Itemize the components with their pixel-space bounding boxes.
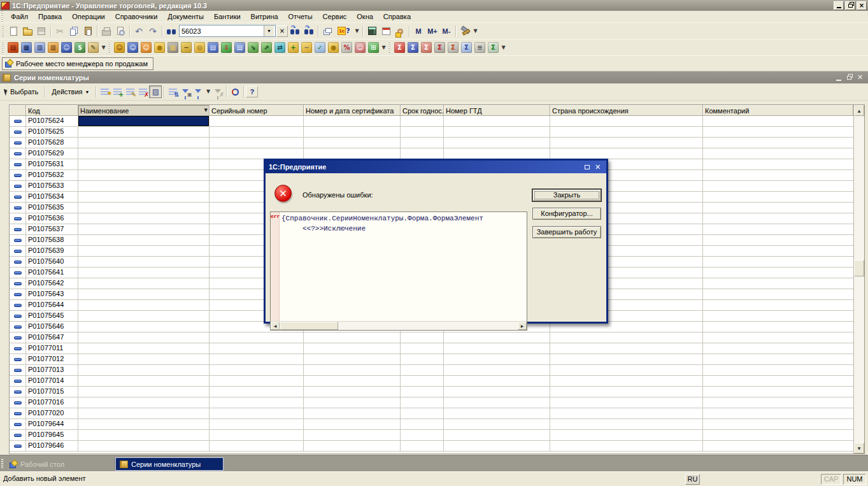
sales-order-icon[interactable]: ▤ <box>208 42 218 53</box>
memory-minus-button[interactable]: M- <box>439 25 453 38</box>
report-flagged-icon[interactable]: Σ <box>448 42 459 53</box>
documents-dropdown-button[interactable]: ▼ <box>380 41 387 54</box>
comment-cell[interactable] <box>703 224 853 235</box>
name-cell[interactable] <box>78 235 210 246</box>
shelf-life-cell[interactable] <box>401 343 444 354</box>
row-marker-cell[interactable] <box>10 397 26 408</box>
table-row[interactable]: P01079645 <box>10 430 853 441</box>
tabbar-grip[interactable] <box>1 459 3 469</box>
payment-approve-icon[interactable]: ✓ <box>315 42 325 53</box>
scroll-down-button[interactable]: ▼ <box>854 443 864 454</box>
new-document-button[interactable] <box>6 25 20 38</box>
delete-item-button[interactable]: ✗ <box>136 85 149 98</box>
name-cell[interactable] <box>78 127 210 138</box>
certificate-cell[interactable] <box>304 148 401 159</box>
gtd-cell[interactable] <box>444 354 550 365</box>
table-row[interactable]: P01075625 <box>10 127 853 138</box>
code-cell[interactable]: P01075625 <box>26 127 78 138</box>
name-cell[interactable] <box>78 170 210 181</box>
edit-item-button[interactable]: ✎ <box>124 85 136 98</box>
report-purchases-icon[interactable]: Σ <box>408 42 418 53</box>
certificate-cell[interactable] <box>304 354 401 365</box>
filter-settings-button[interactable] <box>192 85 204 98</box>
certificate-cell[interactable] <box>304 419 401 430</box>
country-cell[interactable] <box>550 138 703 148</box>
code-cell[interactable]: P01075633 <box>26 181 78 192</box>
serial-cell[interactable] <box>210 116 304 127</box>
comment-cell[interactable] <box>703 397 853 408</box>
gtd-cell[interactable] <box>444 148 550 159</box>
gtd-cell[interactable] <box>444 419 550 430</box>
restore-button[interactable] <box>845 1 855 10</box>
certificate-cell[interactable] <box>304 376 401 387</box>
country-cell[interactable] <box>550 148 703 159</box>
comment-cell[interactable] <box>703 116 853 127</box>
toolbar2-grip[interactable] <box>2 43 4 53</box>
serial-cell[interactable] <box>210 441 304 452</box>
table-row[interactable]: P01077015 <box>10 387 853 397</box>
fiscal-printer-icon[interactable]: ▦ <box>21 42 32 53</box>
memory-button[interactable]: M <box>411 25 425 38</box>
child-restore-button[interactable] <box>844 73 855 82</box>
name-cell[interactable] <box>78 387 210 397</box>
memory-plus-button[interactable]: M+ <box>425 25 439 38</box>
dialog-close-button[interactable]: ✕ <box>592 162 603 172</box>
header-serial[interactable]: Серийный номер <box>210 105 304 116</box>
comment-cell[interactable] <box>703 268 853 278</box>
name-cell[interactable] <box>78 138 210 148</box>
table-row[interactable]: P01079646 <box>10 441 853 452</box>
close-dialog-button[interactable]: Закрыть <box>532 189 601 201</box>
cash-register-edit-icon[interactable]: ✎ <box>88 42 99 53</box>
about-1c-button[interactable]: 1с? <box>334 25 353 38</box>
code-cell[interactable]: P01079645 <box>26 430 78 441</box>
shelf-life-cell[interactable] <box>401 365 444 376</box>
row-marker-cell[interactable] <box>10 322 26 332</box>
code-cell[interactable]: P01075637 <box>26 224 78 235</box>
row-marker-cell[interactable] <box>10 268 26 278</box>
country-cell[interactable] <box>550 365 703 376</box>
name-cell[interactable] <box>78 181 210 192</box>
serial-cell[interactable] <box>210 430 304 441</box>
shelf-life-cell[interactable] <box>401 430 444 441</box>
save-button[interactable] <box>34 25 48 38</box>
client-return-icon[interactable]: ☺ <box>355 42 366 53</box>
code-cell[interactable]: P01077014 <box>26 376 78 387</box>
code-cell[interactable]: P01075639 <box>26 246 78 257</box>
name-cell[interactable] <box>78 397 210 408</box>
comment-cell[interactable] <box>703 300 853 311</box>
serial-cell[interactable] <box>210 397 304 408</box>
buyer-money-icon[interactable]: ☺ <box>114 42 125 53</box>
name-cell[interactable] <box>78 311 210 322</box>
code-cell[interactable]: P01077020 <box>26 408 78 419</box>
name-cell[interactable] <box>78 332 210 343</box>
paste-button[interactable] <box>81 25 95 38</box>
comment-cell[interactable] <box>703 192 853 203</box>
counterparties-icon[interactable]: ☺ <box>61 42 72 53</box>
menu-bantiki[interactable]: Бантики <box>209 11 246 22</box>
header-code[interactable]: Код <box>26 105 78 116</box>
calculator-button[interactable] <box>365 25 379 38</box>
gtd-cell[interactable] <box>444 408 550 419</box>
actions-button[interactable]: Действия ▼ <box>47 86 94 97</box>
code-cell[interactable]: P01075624 <box>26 116 78 127</box>
row-marker-cell[interactable] <box>10 203 26 213</box>
code-cell[interactable]: P01075642 <box>26 278 78 289</box>
row-marker-cell[interactable] <box>10 159 26 170</box>
undo-button[interactable]: ↶ <box>132 25 146 38</box>
money-remove-icon[interactable]: − <box>301 42 312 53</box>
serial-cell[interactable] <box>210 387 304 397</box>
name-cell[interactable] <box>78 441 210 452</box>
report-sales-icon[interactable]: Σ <box>394 42 405 53</box>
code-cell[interactable]: P01075640 <box>26 257 78 268</box>
shelf-life-cell[interactable] <box>401 387 444 397</box>
menu-reports[interactable]: Отчеты <box>283 11 318 22</box>
country-cell[interactable] <box>550 441 703 452</box>
serial-cell[interactable] <box>210 376 304 387</box>
configurator-button[interactable]: Конфигуратор... <box>532 208 601 220</box>
money-add-icon[interactable]: + <box>288 42 299 53</box>
comment-cell[interactable] <box>703 343 853 354</box>
serial-cell[interactable] <box>210 138 304 148</box>
refresh-button[interactable] <box>229 85 241 98</box>
code-cell[interactable]: P01075629 <box>26 148 78 159</box>
row-marker-cell[interactable] <box>10 235 26 246</box>
